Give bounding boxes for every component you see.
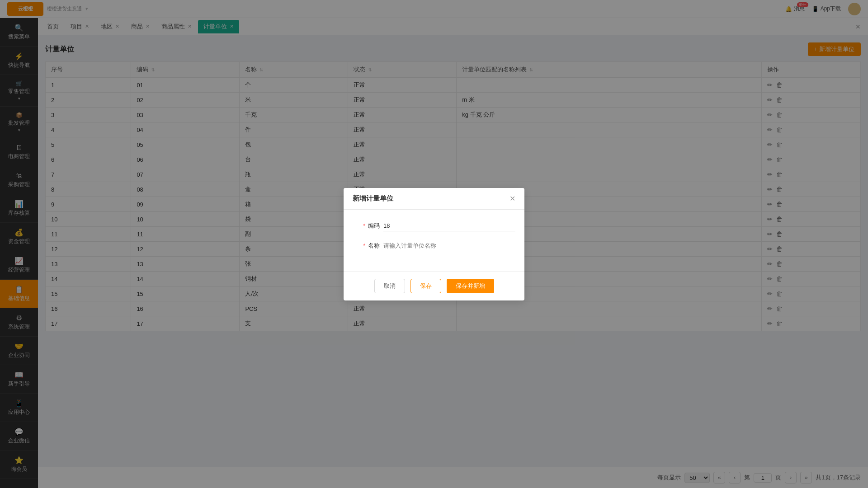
modal-header: 新增计量单位 ✕ — [344, 188, 524, 210]
cancel-button[interactable]: 取消 — [374, 279, 405, 293]
modal-footer: 取消 保存 保存并新增 — [344, 271, 524, 300]
required-mark-2: * — [363, 242, 365, 249]
name-label: * 名称 — [353, 242, 380, 250]
modal-body: * 编码 * 名称 — [344, 210, 524, 271]
form-row-code: * 编码 — [353, 221, 515, 231]
modal-overlay: 新增计量单位 ✕ * 编码 * 名称 取消 保存 保存并新增 — [0, 0, 868, 488]
form-row-name: * 名称 — [353, 240, 515, 251]
name-input[interactable] — [383, 240, 515, 251]
save-button[interactable]: 保存 — [410, 279, 441, 293]
save-and-new-button[interactable]: 保存并新增 — [447, 279, 494, 293]
required-mark: * — [363, 222, 365, 229]
code-label: * 编码 — [353, 222, 380, 230]
add-unit-modal: 新增计量单位 ✕ * 编码 * 名称 取消 保存 保存并新增 — [344, 188, 524, 300]
modal-close-btn[interactable]: ✕ — [509, 194, 515, 203]
code-input[interactable] — [383, 221, 515, 231]
modal-title: 新增计量单位 — [353, 194, 393, 203]
